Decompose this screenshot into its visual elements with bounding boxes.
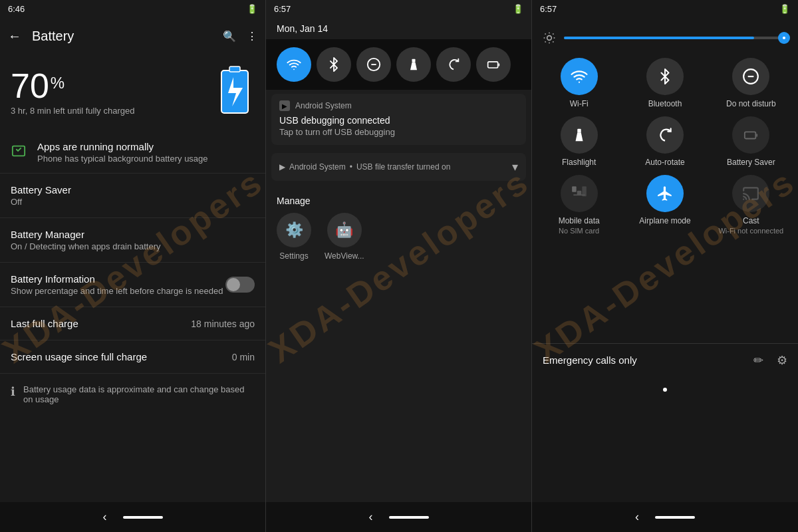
qs-autorotate[interactable]: Auto-rotate [626, 116, 704, 167]
qt-bluetooth[interactable] [317, 47, 351, 82]
notif-expand-icon[interactable]: ▾ [512, 160, 518, 174]
battery-saver-subtitle: Off [11, 197, 71, 207]
more-button[interactable]: ⋮ [247, 30, 257, 43]
battery-information-item[interactable]: Battery Information Show percentage and … [0, 263, 265, 307]
last-full-charge-value: 18 minutes ago [191, 319, 255, 329]
qt-flashlight[interactable] [396, 47, 431, 82]
screen-usage-value: 0 min [232, 352, 255, 362]
notif-text-1: Tap to turn off USB debugging [279, 127, 518, 137]
search-button[interactable]: 🔍 [223, 30, 236, 43]
svg-rect-22 [745, 132, 756, 138]
battery-information-toggle[interactable] [225, 277, 255, 293]
qs-dnd[interactable]: Do not disturb [712, 58, 790, 108]
manage-settings[interactable]: ⚙️ Settings [277, 213, 311, 261]
battery-manager-item[interactable]: Battery Manager On / Detecting when apps… [0, 218, 265, 263]
apps-status-subtitle: Phone has typical background battery usa… [37, 154, 208, 164]
manage-icons: ⚙️ Settings 🤖 WebView... [271, 213, 526, 261]
qs-battery-saver-circle [732, 116, 769, 154]
qs-bluetooth[interactable]: Bluetooth [626, 58, 704, 108]
status-bar-2: 6:57 🔋 [266, 0, 531, 18]
battery-saver-text: Battery Saver Off [11, 184, 71, 207]
qs-battery-saver-label: Battery Saver [727, 158, 775, 167]
qs-grid: Wi-Fi Bluetooth Do not disturb [532, 50, 798, 243]
brightness-icon [543, 31, 556, 45]
toggle-knob [227, 278, 240, 291]
brightness-track[interactable] [564, 37, 787, 39]
notif-expandable-header: ▶ Android System • USB file transfer tur… [279, 162, 450, 172]
date-text: Mon, Jan 14 [277, 23, 328, 34]
brightness-fill [564, 37, 754, 39]
qt-dnd[interactable] [356, 47, 391, 82]
notif-app-icon-1: ▶ [279, 100, 290, 111]
battery-manager-subtitle: On / Detecting when apps drain battery [11, 241, 160, 251]
webview-icon-circle: 🤖 [327, 213, 362, 247]
notif-extra-text: USB file transfer turned on [356, 162, 450, 172]
qs-wifi[interactable]: Wi-Fi [540, 58, 618, 108]
qt-autorotate[interactable] [436, 47, 471, 82]
nav-bar-3: ‹ [532, 502, 798, 532]
back-button[interactable]: ← [8, 29, 21, 44]
qs-cast-circle [732, 175, 769, 212]
qs-cast-sublabel: Wi-Fi not connected [718, 227, 783, 235]
qs-flashlight-circle [561, 116, 598, 154]
emergency-icons: ✏ ⚙ [753, 353, 787, 368]
qt-wifi[interactable] [277, 47, 311, 82]
brightness-thumb [778, 32, 790, 44]
info-icon: ℹ [11, 384, 15, 399]
nav-back-2[interactable]: ‹ [369, 510, 373, 524]
notif-app-label-2: Android System [289, 162, 346, 172]
qs-dnd-circle [732, 58, 769, 95]
svg-rect-21 [577, 129, 581, 133]
notification-usb-debug[interactable]: ▶ Android System USB debugging connected… [271, 94, 526, 145]
edit-icon[interactable]: ✏ [753, 353, 763, 368]
svg-line-12 [545, 34, 546, 35]
battery-saver-item[interactable]: Battery Saver Off [0, 174, 265, 218]
notif-dot: • [350, 162, 352, 172]
nav-pill-3[interactable] [655, 516, 695, 519]
qs-battery-saver[interactable]: Battery Saver [712, 116, 790, 167]
qs-cast[interactable]: Cast Wi-Fi not connected [712, 175, 790, 235]
time-1: 6:46 [8, 4, 25, 14]
manage-webview[interactable]: 🤖 WebView... [325, 213, 364, 261]
svg-rect-25 [577, 191, 581, 196]
battery-information-subtitle: Show percentage and time left before cha… [11, 286, 223, 296]
qs-airplane-label: Airplane mode [639, 216, 690, 225]
battery-panel: 6:46 🔋 ← Battery 🔍 ⋮ 70 % 3 hr, 8 min le… [0, 0, 266, 532]
qs-airplane-circle [646, 175, 684, 212]
qs-autorotate-label: Auto-rotate [645, 158, 684, 167]
lock-dot [663, 388, 667, 392]
notification-usb-transfer[interactable]: ▶ Android System • USB file transfer tur… [271, 153, 526, 181]
screen-usage-label: Screen usage since full charge [11, 351, 147, 362]
settings-icon[interactable]: ⚙ [777, 353, 787, 368]
battery-icon-3: 🔋 [779, 4, 790, 14]
battery-manager-text: Battery Manager On / Detecting when apps… [11, 229, 160, 251]
qs-mobile-data[interactable]: Mobile data No SIM card [540, 175, 618, 235]
qs-flashlight[interactable]: Flashlight [540, 116, 618, 167]
panel-notifications: 6:57 🔋 Mon, Jan 14 [266, 0, 532, 532]
panel-battery-settings: 6:46 🔋 ← Battery 🔍 ⋮ 70 % 3 hr, 8 min le… [0, 0, 266, 532]
nav-back-1[interactable]: ‹ [103, 510, 107, 524]
qs-bluetooth-circle [646, 58, 684, 95]
svg-rect-6 [412, 59, 416, 63]
last-full-charge-label: Last full charge [11, 318, 78, 329]
svg-line-16 [545, 41, 546, 42]
emergency-text: Emergency calls only [543, 354, 637, 366]
qs-airplane[interactable]: Airplane mode [626, 175, 704, 235]
battery-icon-2: 🔋 [513, 4, 523, 14]
battery-header: ← Battery 🔍 ⋮ [0, 18, 265, 55]
notif-expandable-content: ▶ Android System • USB file transfer tur… [279, 162, 450, 172]
qs-autorotate-circle [646, 116, 684, 154]
nav-pill-2[interactable] [389, 516, 429, 519]
qs-bluetooth-label: Bluetooth [648, 99, 682, 108]
qs-wifi-circle [561, 58, 598, 95]
nav-pill-1[interactable] [123, 516, 163, 519]
nav-back-3[interactable]: ‹ [635, 510, 639, 524]
svg-point-28 [743, 199, 744, 200]
notif-expandable[interactable]: ▶ Android System • USB file transfer tur… [271, 153, 526, 181]
lock-dots [532, 377, 798, 402]
battery-time-left: 3 hr, 8 min left until fully charged [11, 106, 134, 116]
qt-battery[interactable] [476, 47, 511, 82]
battery-icon-status: 🔋 [247, 4, 257, 14]
notif-app-name-1: Android System [295, 101, 352, 110]
battery-percentage: 70 % [11, 68, 134, 103]
